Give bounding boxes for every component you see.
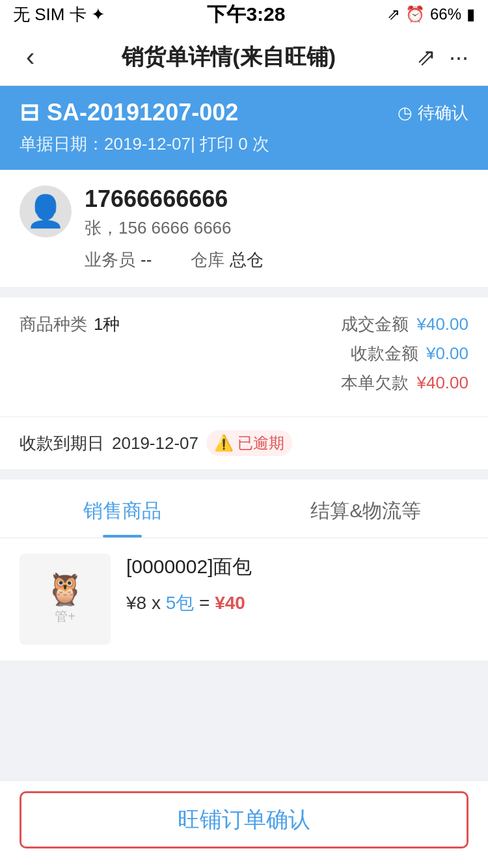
- product-section: 🦉 管+ [0000002]面包 ¥8 x 5包 = ¥40: [0, 538, 488, 660]
- owed-label: 本单欠款: [341, 372, 409, 394]
- back-button[interactable]: ‹: [20, 36, 41, 78]
- due-date-value: 2019-12-07: [112, 433, 198, 454]
- order-id-text: SA-20191207-002: [47, 99, 238, 126]
- order-date: 单据日期：2019-12-07| 打印 0 次: [20, 133, 468, 156]
- customer-name: 张，156 6666 6666: [85, 217, 468, 239]
- status-bar: 无 SIM 卡 ✦ 下午3:28 ⇗ ⏰ 66% ▮: [0, 0, 488, 29]
- status-clock-icon: ◷: [398, 103, 413, 123]
- product-info: [0000002]面包 ¥8 x 5包 = ¥40: [126, 554, 468, 616]
- order-status: ◷ 待确认: [398, 102, 468, 124]
- nav-actions: ⇗ ···: [416, 44, 468, 71]
- sim-status: 无 SIM 卡 ✦: [13, 3, 105, 26]
- warehouse-item: 仓库 总仓: [191, 249, 264, 271]
- summary-section: 商品种类 1种 成交金额 ¥40.00 收款金额 ¥0.00 本单欠款 ¥40.…: [0, 297, 488, 416]
- product-price-row: ¥8 x 5包 = ¥40: [126, 591, 468, 616]
- owed-value: ¥40.00: [416, 373, 468, 393]
- received-item: 收款金额 ¥0.00: [341, 342, 468, 365]
- salesperson-label: 业务员: [85, 249, 135, 271]
- page-title: 销货单详情(来自旺铺): [122, 42, 336, 72]
- product-type-value: 1种: [94, 313, 120, 336]
- customer-phone: 17666666666: [85, 185, 468, 213]
- warehouse-label: 仓库: [191, 249, 224, 271]
- due-date-section: 收款到期日 2019-12-07 ⚠️ 已逾期: [0, 416, 488, 469]
- customer-row: 👤 17666666666 张，156 6666 6666 业务员 -- 仓库 …: [20, 185, 468, 271]
- more-icon[interactable]: ···: [449, 44, 468, 71]
- product-equal: =: [194, 593, 215, 613]
- location-icon: ⇗: [387, 5, 400, 23]
- customer-section: 👤 17666666666 张，156 6666 6666 业务员 -- 仓库 …: [0, 170, 488, 287]
- tab-settlement[interactable]: 结算&物流等: [244, 480, 488, 537]
- salesperson-item: 业务员 --: [85, 249, 152, 271]
- deal-amount-value: ¥40.00: [416, 314, 468, 334]
- nav-bar: ‹ 销货单详情(来自旺铺) ⇗ ···: [0, 29, 488, 86]
- bottom-bar: 旺铺订单确认: [0, 780, 488, 868]
- status-right: ⇗ ⏰ 66% ▮: [387, 5, 475, 23]
- deal-amount-item: 成交金额 ¥40.00: [341, 313, 468, 336]
- order-status-text: 待确认: [418, 102, 468, 124]
- avatar: 👤: [20, 185, 72, 237]
- warehouse-value: 总仓: [230, 249, 264, 271]
- status-time: 下午3:28: [207, 1, 285, 28]
- product-item: 🦉 管+ [0000002]面包 ¥8 x 5包 = ¥40: [20, 554, 468, 645]
- received-label: 收款金额: [351, 342, 418, 365]
- product-type-item: 商品种类 1种: [20, 313, 120, 336]
- received-value: ¥0.00: [426, 344, 468, 364]
- tabs-section: 销售商品 结算&物流等: [0, 480, 488, 538]
- summary-left: 商品种类 1种: [20, 313, 120, 338]
- order-id: ⊟ SA-20191207-002: [20, 99, 238, 126]
- divider-1: [0, 287, 488, 297]
- tabs-header: 销售商品 结算&物流等: [0, 480, 488, 538]
- product-name: [0000002]面包: [126, 554, 468, 580]
- order-header-top: ⊟ SA-20191207-002 ◷ 待确认: [20, 99, 468, 126]
- share-icon[interactable]: ⇗: [416, 44, 436, 71]
- summary-right: 成交金额 ¥40.00 收款金额 ¥0.00 本单欠款 ¥40.00: [341, 313, 468, 401]
- product-quantity: 5包: [166, 593, 195, 613]
- customer-info: 17666666666 张，156 6666 6666 业务员 -- 仓库 总仓: [85, 185, 468, 271]
- overdue-icon: ⚠️: [214, 434, 234, 452]
- product-thumbnail: 🦉 管+: [20, 554, 111, 645]
- avatar-icon: 👤: [26, 193, 65, 230]
- owed-item: 本单欠款 ¥40.00: [341, 372, 468, 394]
- order-header: ⊟ SA-20191207-002 ◷ 待确认 单据日期：2019-12-07|…: [0, 86, 488, 170]
- battery-level: 66%: [430, 5, 461, 23]
- product-price: ¥8 x: [126, 593, 166, 613]
- alarm-icon: ⏰: [405, 5, 425, 23]
- product-type-label: 商品种类: [20, 313, 87, 336]
- battery-icon: ▮: [467, 5, 475, 23]
- overdue-text: 已逾期: [237, 433, 284, 454]
- confirm-button[interactable]: 旺铺订单确认: [20, 791, 468, 848]
- status-left: 无 SIM 卡 ✦: [13, 3, 105, 26]
- due-date-label: 收款到期日: [20, 432, 104, 455]
- product-logo: 🦉 管+: [46, 574, 85, 625]
- overdue-badge: ⚠️ 已逾期: [206, 430, 292, 456]
- summary-row: 商品种类 1种 成交金额 ¥40.00 收款金额 ¥0.00 本单欠款 ¥40.…: [20, 313, 468, 401]
- order-icon: ⊟: [20, 99, 39, 126]
- customer-meta: 业务员 -- 仓库 总仓: [85, 249, 468, 271]
- deal-amount-label: 成交金额: [341, 313, 409, 336]
- product-total: ¥40: [215, 593, 245, 613]
- salesperson-value: --: [141, 250, 152, 270]
- tab-sales-product[interactable]: 销售商品: [0, 480, 244, 537]
